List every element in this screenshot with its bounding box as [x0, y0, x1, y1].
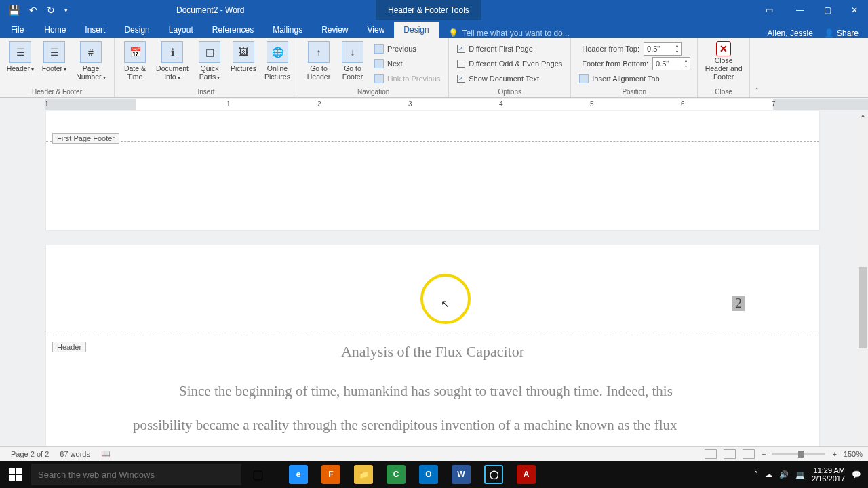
scroll-up-icon[interactable]: ▴	[857, 111, 868, 122]
tab-design-main[interactable]: Design	[115, 22, 159, 38]
tab-design-context[interactable]: Design	[394, 22, 438, 38]
scroll-thumb[interactable]	[859, 267, 867, 348]
tab-review[interactable]: Review	[312, 22, 357, 38]
taskbar-search-input[interactable]	[31, 464, 241, 485]
app-file-explorer[interactable]: 📁	[347, 461, 380, 488]
proofing-icon[interactable]: 📖	[96, 449, 116, 458]
start-button[interactable]	[0, 461, 31, 488]
taskbar-apps: e F 📁 C O W ◯ A	[282, 461, 542, 488]
system-tray: ˄ ☁ 🔊 💻 11:29 AM 2/16/2017 💬	[754, 466, 868, 483]
zoom-level[interactable]: 150%	[844, 450, 863, 458]
checkbox-different-first-page[interactable]: ✓Different First Page	[453, 41, 566, 56]
ruler-tick: 7	[772, 100, 776, 108]
info-icon: ℹ	[161, 41, 183, 63]
tab-home[interactable]: Home	[35, 22, 75, 38]
tray-notifications-icon[interactable]: 💬	[852, 470, 861, 479]
zoom-in-button[interactable]: +	[832, 450, 836, 458]
document-info-button[interactable]: ℹDocument Info	[153, 40, 192, 82]
app-chrome[interactable]: C	[380, 461, 412, 488]
document-area[interactable]: First Page Footer 2 Header Analysis of t…	[0, 111, 868, 461]
app-acrobat[interactable]: A	[510, 461, 542, 488]
share-button[interactable]: 👤 Share	[824, 28, 859, 38]
qat-customize-icon[interactable]: ▾	[64, 7, 68, 14]
ruler-tick: 4	[499, 100, 503, 108]
tray-clock[interactable]: 11:29 AM 2/16/2017	[812, 466, 845, 483]
task-view-button[interactable]: ▢	[241, 461, 274, 488]
group-close: ✕ Close Header and Footer Close	[698, 38, 750, 97]
tab-view[interactable]: View	[358, 22, 395, 38]
zoom-slider[interactable]	[772, 453, 825, 455]
quick-parts-button[interactable]: ◫Quick Parts	[193, 40, 226, 82]
page-number-button[interactable]: #Page Number	[72, 40, 110, 82]
ruler-tick: 5	[590, 100, 594, 108]
footer-button[interactable]: ☰Footer	[38, 40, 71, 74]
pictures-icon: 🖼	[233, 41, 254, 63]
status-page[interactable]: Page 2 of 2	[5, 450, 54, 458]
pictures-button[interactable]: 🖼Pictures	[227, 40, 260, 73]
app-ie[interactable]: e	[282, 461, 315, 488]
status-words[interactable]: 67 words	[54, 450, 96, 458]
collapse-ribbon-button[interactable]: ⌃	[750, 38, 764, 97]
view-print-layout-button[interactable]	[724, 449, 736, 459]
online-pictures-button[interactable]: 🌐Online Pictures	[261, 40, 294, 81]
next-button[interactable]: Next	[370, 56, 444, 71]
user-name[interactable]: Allen, Jessie	[768, 28, 813, 38]
first-page-footer-tag: First Page Footer	[52, 133, 119, 144]
view-web-layout-button[interactable]	[743, 449, 755, 459]
header-button[interactable]: ☰Header	[4, 40, 37, 74]
goto-header-button[interactable]: ↑Go to Header	[302, 40, 335, 81]
tab-references[interactable]: References	[203, 22, 263, 38]
save-icon[interactable]: 💾	[8, 5, 20, 16]
tray-network-icon[interactable]: 💻	[795, 470, 805, 479]
goto-footer-button[interactable]: ↓Go to Footer	[336, 40, 369, 81]
group-options: ✓Different First Page Different Odd & Ev…	[449, 38, 571, 97]
tab-layout[interactable]: Layout	[159, 22, 203, 38]
tab-insert[interactable]: Insert	[75, 22, 115, 38]
ruler-tick: 1	[226, 100, 231, 108]
windows-logo-icon	[9, 468, 22, 481]
minimize-button[interactable]: —	[787, 0, 814, 20]
date-time-button[interactable]: 📅Date & Time	[119, 40, 151, 81]
horizontal-ruler[interactable]: 1 1 2 3 4 5 6 7	[45, 99, 868, 110]
redo-icon[interactable]: ↻	[47, 5, 55, 16]
tray-chevron-up-icon[interactable]: ˄	[754, 470, 758, 479]
previous-button[interactable]: Previous	[370, 41, 444, 56]
app-word[interactable]: W	[445, 461, 477, 488]
vertical-scrollbar[interactable]: ▴ ▾	[857, 111, 868, 461]
app-firefox[interactable]: F	[315, 461, 347, 488]
page-1-footer-region[interactable]: First Page Footer	[46, 111, 819, 230]
group-header-footer: ☰Header ☰Footer #Page Number Header & Fo…	[0, 38, 115, 97]
link-previous-button: Link to Previous	[370, 71, 444, 86]
app-outlook[interactable]: O	[412, 461, 445, 488]
undo-icon[interactable]: ↶	[29, 5, 37, 16]
close-header-footer-button[interactable]: ✕ Close Header and Footer	[702, 40, 745, 81]
insert-alignment-tab-button[interactable]: Insert Alignment Tab	[575, 71, 693, 86]
tab-file[interactable]: File	[0, 22, 35, 38]
lightbulb-icon: 💡	[448, 28, 458, 38]
tray-onedrive-icon[interactable]: ☁	[765, 470, 772, 479]
contextual-tab-label: Header & Footer Tools	[376, 0, 481, 20]
view-read-mode-button[interactable]	[705, 449, 717, 459]
group-label-position: Position	[575, 88, 693, 96]
close-window-button[interactable]: ✕	[841, 0, 868, 20]
footer-from-bottom-label: Footer from Bottom:	[582, 60, 648, 68]
app-camtasia[interactable]: ◯	[477, 461, 510, 488]
footer-from-bottom-row: Footer from Bottom: 0.5"▴▾	[575, 56, 693, 71]
footer-from-bottom-input[interactable]: 0.5"▴▾	[652, 57, 690, 70]
ribbon-display-options-icon[interactable]: ▭	[755, 0, 783, 20]
page-number-icon: #	[80, 41, 102, 63]
page-number-field[interactable]: 2	[732, 296, 745, 311]
header-from-top-label: Header from Top:	[582, 45, 639, 53]
goto-footer-icon: ↓	[342, 41, 363, 63]
group-label-navigation: Navigation	[302, 88, 444, 96]
previous-icon	[374, 44, 384, 54]
tray-volume-icon[interactable]: 🔊	[779, 470, 789, 479]
tell-me-search[interactable]: 💡 Tell me what you want to do...	[439, 28, 579, 38]
checkbox-different-odd-even[interactable]: Different Odd & Even Pages	[453, 56, 566, 71]
goto-header-icon: ↑	[308, 41, 330, 63]
checkbox-show-document-text[interactable]: ✓Show Document Text	[453, 71, 566, 86]
maximize-button[interactable]: ▢	[814, 0, 841, 20]
tab-mailings[interactable]: Mailings	[263, 22, 312, 38]
zoom-out-button[interactable]: −	[762, 450, 766, 458]
header-from-top-input[interactable]: 0.5"▴▾	[644, 42, 682, 56]
